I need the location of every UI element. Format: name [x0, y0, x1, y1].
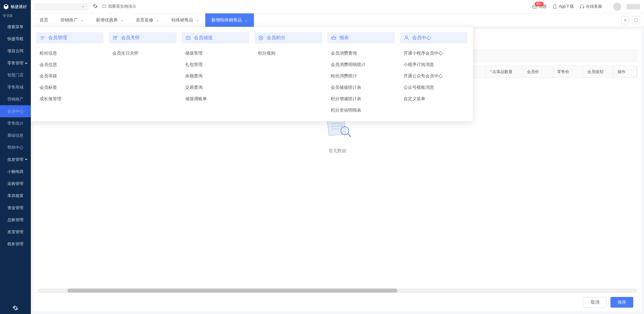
tab-2[interactable]: 新增优惠券 — [90, 13, 130, 27]
tab-close-1[interactable] — [80, 18, 84, 22]
mega-item-4-1[interactable]: 会员消费明细统计 — [327, 59, 395, 70]
sidebar-item-3[interactable]: 零售管理 — [0, 57, 31, 69]
scrollbar-thumb[interactable] — [67, 289, 397, 293]
brand-edition: 专业版 — [0, 13, 31, 21]
mega-item-4-3[interactable]: 会员储值统计表 — [327, 82, 395, 93]
mega-item-2-0[interactable]: 储值管理 — [182, 48, 249, 59]
tab-close-2[interactable] — [120, 18, 124, 22]
tab-close-3[interactable] — [156, 18, 159, 22]
sidebar-settings[interactable] — [0, 302, 31, 314]
tab-close-5[interactable] — [245, 18, 248, 22]
mega-item-5-1[interactable]: 小程序订阅消息 — [400, 59, 468, 70]
th-4: 会员级别 — [583, 66, 613, 77]
sidebar-item-2[interactable]: 项目合同 — [0, 45, 31, 57]
mega-item-0-2[interactable]: 会员等级 — [36, 70, 104, 82]
mega-header-0[interactable]: 会员管理 — [36, 32, 104, 44]
online-service-button[interactable]: 在线客服 — [579, 4, 602, 9]
mega-item-0-4[interactable]: 成长值管理 — [36, 93, 104, 105]
tenant-selector[interactable] — [35, 3, 89, 10]
message-badge: 99+ — [535, 2, 544, 6]
sidebar-item-6[interactable]: 营销推广 — [0, 93, 31, 105]
mega-header-1[interactable]: 会员关怀 — [109, 32, 176, 44]
mega-item-2-4[interactable]: 储值调账单 — [182, 93, 249, 105]
app-download-button[interactable]: App下载 — [552, 4, 574, 9]
mega-header-5[interactable]: 会员中心 — [400, 32, 468, 44]
chevron-down-icon — [81, 5, 85, 9]
sidebar-item-14[interactable]: 库存核算 — [0, 190, 31, 202]
comment-icon — [102, 4, 107, 9]
close-icon — [623, 18, 627, 22]
avatar[interactable] — [613, 3, 621, 11]
svg-point-2 — [534, 6, 535, 7]
th-3: 零售价 — [553, 66, 583, 77]
tab-5[interactable]: 新增特殊销售品 — [205, 13, 254, 27]
sidebar-item-17[interactable]: 发票管理 — [0, 226, 31, 238]
close-icon — [156, 19, 159, 22]
sidebar-item-11[interactable]: 批发管理 — [0, 153, 31, 166]
gear-icon — [93, 3, 98, 9]
mega-item-2-1[interactable]: 礼包管理 — [182, 59, 249, 70]
sidebar-item-7[interactable]: 会员中心 — [0, 105, 31, 117]
sidebar-item-4[interactable]: 智慧门店 — [0, 69, 31, 81]
mega-item-4-5[interactable]: 积分变动明细表 — [327, 105, 395, 116]
sidebar-item-15[interactable]: 资金管理 — [0, 202, 31, 214]
mega-col-3: 会员积分积分规则 — [252, 32, 325, 116]
messages-button[interactable]: 99+ 消息 — [532, 4, 547, 9]
tab-close-button[interactable] — [621, 16, 629, 24]
top-actions: 99+ 消息 App下载 在线客服 — [532, 3, 640, 11]
tab-4[interactable]: 特殊销售品 — [165, 13, 205, 27]
save-button[interactable]: 保存 — [610, 297, 633, 308]
sidebar-item-8[interactable]: 零售统计 — [0, 117, 31, 129]
mega-col-5: 会员中心开通小程序会员中心小程序订阅消息开通公众号会员中心公众号模板消息自定义菜… — [397, 32, 470, 116]
fullscreen-button[interactable] — [632, 16, 640, 24]
tab-0[interactable]: 首页 — [34, 13, 54, 27]
th-1: *出库品数量 — [486, 66, 523, 77]
mega-item-1-0[interactable]: 会员生日关怀 — [109, 48, 176, 59]
category-icon — [112, 35, 118, 41]
brand-logo: 畅捷通好 — [0, 0, 31, 13]
mega-item-4-0[interactable]: 会员消费查询 — [327, 48, 395, 59]
mega-item-5-4[interactable]: 自定义菜单 — [400, 93, 468, 105]
sidebar-item-18[interactable]: 税务管理 — [0, 238, 31, 250]
horizontal-scrollbar[interactable] — [38, 289, 637, 293]
tab-1[interactable]: 营销推广 — [54, 13, 90, 27]
mega-item-4-2[interactable]: 粉丝消费统计 — [327, 70, 395, 82]
th-5: 操作 — [613, 66, 637, 77]
mega-item-4-4[interactable]: 积分增减统计表 — [327, 93, 395, 105]
mega-header-2[interactable]: 会员储值 — [182, 32, 249, 44]
mega-menu: 会员管理粉丝信息会员信息会员等级会员标签成长值管理会员关怀会员生日关怀会员储值储… — [31, 27, 473, 121]
tab-3[interactable]: 首页装修 — [130, 13, 165, 27]
mega-item-5-2[interactable]: 开通公众号会员中心 — [400, 70, 468, 82]
cancel-button[interactable]: 取消 — [584, 297, 606, 308]
mega-header-3[interactable]: 会员积分 — [255, 32, 322, 44]
sidebar-item-16[interactable]: 总账管理 — [0, 214, 31, 226]
settings-button[interactable] — [93, 3, 98, 10]
mega-item-0-1[interactable]: 会员信息 — [36, 59, 104, 70]
mega-item-2-3[interactable]: 交易查询 — [182, 82, 249, 93]
mega-col-0: 会员管理粉丝信息会员信息会员等级会员标签成长值管理 — [34, 32, 106, 116]
mega-item-2-2[interactable]: 余额查询 — [182, 70, 249, 82]
svg-point-8 — [116, 36, 117, 38]
sidebar-item-5[interactable]: 零售商城 — [0, 81, 31, 93]
tab-close-4[interactable] — [196, 18, 199, 22]
mega-item-0-0[interactable]: 粉丝信息 — [36, 48, 104, 59]
demo-link[interactable]: 我要看实例演示 — [102, 4, 136, 9]
mega-item-5-3[interactable]: 公众号模板消息 — [400, 82, 468, 93]
sidebar-item-12[interactable]: 小畅电商 — [0, 166, 31, 178]
sidebar-item-0[interactable]: 搜索菜单 — [0, 21, 31, 33]
sidebar: 畅捷通好 专业版 搜索菜单快捷导航项目合同零售管理智慧门店零售商城营销推广会员中… — [0, 0, 31, 314]
mega-header-4[interactable]: 报表 — [327, 32, 395, 44]
sidebar-menu: 搜索菜单快捷导航项目合同零售管理智慧门店零售商城营销推广会员中心零售统计基础信息… — [0, 21, 31, 302]
close-icon — [196, 19, 199, 22]
svg-rect-4 — [553, 5, 556, 9]
sidebar-item-13[interactable]: 采购管理 — [0, 178, 31, 190]
sidebar-item-10[interactable]: 帮助中心 — [0, 141, 31, 153]
mega-item-5-0[interactable]: 开通小程序会员中心 — [400, 48, 468, 59]
svg-point-11 — [406, 36, 408, 38]
tabbar: 首页营销推广新增优惠券首页装修特殊销售品新增特殊销售品 — [31, 13, 644, 27]
sidebar-item-9[interactable]: 基础信息 — [0, 129, 31, 141]
mega-item-0-3[interactable]: 会员标签 — [36, 82, 104, 93]
sidebar-item-1[interactable]: 快捷导航 — [0, 33, 31, 45]
gear-icon — [12, 305, 18, 311]
mega-item-3-0[interactable]: 积分规则 — [255, 48, 322, 59]
